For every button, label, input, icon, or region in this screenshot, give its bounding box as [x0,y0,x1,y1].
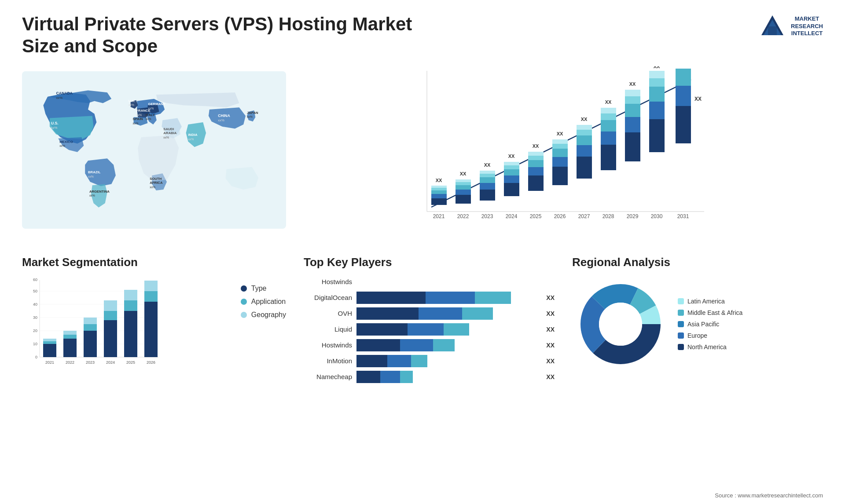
svg-point-158 [599,303,642,346]
svg-text:CANADA: CANADA [56,91,73,95]
player-row-digitalocean: DigitalOcean XX [304,292,555,304]
svg-rect-41 [431,194,447,198]
player-value: XX [546,373,555,380]
player-name: Hostwinds [304,278,352,285]
svg-rect-79 [552,139,568,144]
svg-rect-89 [601,145,616,170]
svg-text:2028: 2028 [603,213,614,219]
svg-text:ARGENTINA: ARGENTINA [89,190,110,194]
bar-chart-section: XX 2021 XX 2022 XX 2023 [295,62,832,251]
svg-text:ARABIA: ARABIA [163,131,176,135]
seg-chart-area: 0 10 20 30 40 50 60 2021 [22,276,286,373]
svg-rect-139 [84,318,97,324]
svg-text:xx%: xx% [51,125,58,129]
svg-rect-137 [84,331,97,357]
svg-rect-78 [552,144,568,149]
player-name: Namecheap [304,373,352,380]
svg-text:2027: 2027 [578,213,590,219]
player-bar [356,323,538,336]
source-text: Source : www.marketresearchintellect.com [715,492,823,499]
svg-rect-104 [649,102,665,119]
svg-rect-84 [577,135,592,145]
player-value: XX [546,310,555,317]
header: Virtual Private Servers (VPS) Hosting Ma… [0,0,845,62]
geography-dot [241,312,247,318]
svg-text:U.K.: U.K. [129,99,135,102]
seg-legend: Type Application Geography [241,276,286,319]
svg-rect-143 [104,300,117,311]
svg-rect-141 [104,320,117,357]
regional-title: Regional Analysis [572,256,823,269]
svg-text:SAUDI: SAUDI [163,127,174,131]
svg-rect-63 [504,169,519,175]
svg-text:BRAZIL: BRAZIL [88,170,101,174]
page-title: Virtual Private Servers (VPS) Hosting Ma… [22,13,418,58]
svg-text:xx%: xx% [247,115,253,118]
svg-rect-146 [124,300,137,311]
svg-rect-149 [144,302,158,357]
svg-rect-69 [528,167,544,175]
europe-label: Europe [687,332,707,339]
svg-rect-110 [676,106,691,143]
svg-text:xx%: xx% [148,107,154,110]
player-name: OVH [304,310,352,317]
svg-rect-112 [676,69,691,86]
svg-rect-105 [649,87,665,102]
svg-rect-57 [480,174,495,177]
asia-pacific-label: Asia Pacific [687,321,719,328]
svg-text:2025: 2025 [530,213,542,219]
svg-text:2021: 2021 [45,360,54,365]
svg-text:xx%: xx% [150,186,155,189]
player-row-inmotion: InMotion XX [304,355,555,367]
svg-text:xx%: xx% [188,138,194,141]
player-name: Hostwinds [304,341,352,349]
svg-rect-147 [124,290,137,300]
svg-rect-61 [504,183,519,196]
svg-text:XX: XX [484,162,491,168]
svg-text:50: 50 [33,289,37,293]
player-row-liquid: Liquid XX [304,323,555,336]
svg-rect-42 [431,190,447,194]
north-america-label: North America [687,343,727,351]
svg-text:2022: 2022 [457,213,469,219]
svg-rect-54 [480,190,495,201]
svg-text:2024: 2024 [506,213,518,219]
svg-text:2023: 2023 [481,213,493,219]
svg-text:30: 30 [33,315,37,320]
svg-text:2029: 2029 [627,213,639,219]
svg-rect-90 [601,131,616,145]
svg-rect-51 [456,179,471,182]
europe-dot [678,332,684,339]
svg-rect-134 [63,335,77,339]
geography-label: Geography [251,311,286,319]
svg-rect-98 [625,104,640,117]
svg-rect-96 [625,132,640,161]
svg-text:2025: 2025 [126,360,135,365]
svg-text:MEXICO: MEXICO [59,139,73,143]
svg-text:INDIA: INDIA [188,133,197,137]
svg-rect-97 [625,117,640,132]
svg-text:2030: 2030 [651,213,663,219]
svg-rect-150 [144,291,158,302]
svg-rect-111 [676,86,691,106]
svg-text:U.S.: U.S. [51,121,59,125]
svg-text:XX: XX [508,153,515,159]
key-players-section: Top Key Players Hostwinds DigitalOcean X… [295,251,563,391]
svg-rect-50 [456,182,471,185]
svg-text:0: 0 [35,355,37,359]
svg-text:xx%: xx% [133,122,139,125]
key-players-title: Top Key Players [304,256,555,269]
svg-rect-56 [480,177,495,183]
legend-item-geography: Geography [241,311,286,319]
player-row-ovh: OVH XX [304,307,555,320]
svg-text:2031: 2031 [677,213,689,219]
svg-rect-71 [528,156,544,160]
svg-rect-83 [577,145,592,157]
svg-rect-145 [124,311,137,357]
growth-bar-chart: XX 2021 XX 2022 XX 2023 [304,66,814,234]
north-america-dot [678,344,684,350]
svg-text:xx%: xx% [136,113,142,116]
svg-rect-129 [43,344,56,357]
svg-rect-58 [480,171,495,174]
legend-item-application: Application [241,298,286,306]
